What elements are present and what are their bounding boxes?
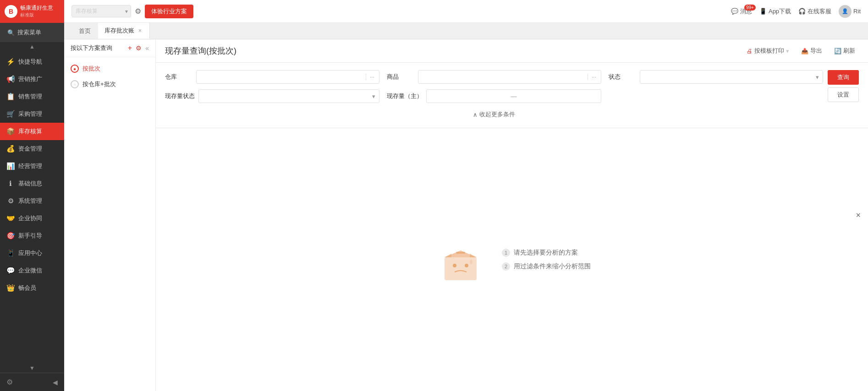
print-btn[interactable]: 🖨 按模板打印 ▾ bbox=[743, 45, 793, 57]
sidebar-item-finance[interactable]: 💰 资金管理 bbox=[0, 140, 64, 157]
empty-message-2: 2 用过滤条件来缩小分析范围 bbox=[502, 262, 591, 271]
online-service-label: 在线客服 bbox=[808, 7, 831, 16]
experience-btn[interactable]: 体验行业方案 bbox=[145, 5, 193, 18]
inventory-icon: 📦 bbox=[6, 127, 15, 136]
sidebar-scroll-down-btn[interactable]: ▼ bbox=[0, 363, 64, 374]
query-btn[interactable]: 查询 bbox=[828, 70, 859, 85]
collapse-conditions-btn[interactable]: ∧ 收起更多条件 bbox=[165, 109, 823, 120]
msg-num-1: 1 bbox=[502, 249, 510, 257]
warehouse-dots-btn[interactable]: ··· bbox=[366, 74, 374, 80]
svg-marker-2 bbox=[445, 254, 451, 257]
tab-inventory-batch[interactable]: 库存批次账 × bbox=[98, 23, 150, 39]
sidebar-item-enterprise[interactable]: 🤝 企业协同 bbox=[0, 210, 64, 227]
warehouse-field: 仓库 ··· bbox=[165, 70, 379, 84]
phone-icon: 📱 bbox=[759, 8, 767, 15]
tab-label-inventory-batch: 库存批次账 bbox=[104, 27, 134, 35]
tab-close-btn[interactable]: × bbox=[137, 27, 143, 34]
sidebar-item-quick-nav[interactable]: ⚡ 快捷导航 bbox=[0, 53, 64, 71]
sidebar-item-purchase[interactable]: 🛒 采购管理 bbox=[0, 105, 64, 123]
warehouse-input[interactable]: ··· bbox=[196, 70, 379, 84]
filter-add-btn[interactable]: + bbox=[128, 44, 132, 52]
topbar-gear-icon[interactable]: ⚙ bbox=[135, 7, 141, 16]
collapse-up-icon: ∧ bbox=[473, 111, 478, 118]
enterprise-icon: 🤝 bbox=[6, 214, 15, 223]
footer-settings-icon[interactable]: ⚙ bbox=[6, 378, 13, 386]
empty-svg-illustration bbox=[435, 234, 486, 285]
filter-item-by-batch[interactable]: ● 按批次 bbox=[64, 61, 155, 76]
user-avatar: 👤 bbox=[839, 5, 852, 18]
product-label: 商品 bbox=[387, 73, 414, 81]
print-icon: 🖨 bbox=[747, 48, 753, 54]
sidebar-header: B 畅康通好生意 标准版 bbox=[0, 0, 64, 23]
sidebar-item-label-app-center: 应用中心 bbox=[18, 249, 42, 257]
sidebar-item-newbie[interactable]: 🎯 新手引导 bbox=[0, 227, 64, 244]
inventory-qty-dash: — bbox=[511, 93, 517, 100]
sidebar-item-label-system: 系统管理 bbox=[18, 197, 42, 205]
sidebar-item-app-center[interactable]: 📱 应用中心 bbox=[0, 244, 64, 262]
sidebar-item-system[interactable]: ⚙ 系统管理 bbox=[0, 192, 64, 210]
status-select-input[interactable]: 全部 正常 不足 超量 bbox=[640, 71, 823, 83]
sidebar-item-label-enterprise: 企业协同 bbox=[18, 214, 42, 223]
sidebar-item-label-basic-info: 基础信息 bbox=[18, 179, 42, 188]
footer-collapse-icon[interactable]: ◀ bbox=[53, 379, 58, 386]
sidebar-item-enterprise-wechat[interactable]: 💬 企业微信 bbox=[0, 262, 64, 279]
filter-label-by-warehouse-batch: 按仓库+批次 bbox=[82, 80, 116, 88]
search-menu-btn[interactable]: 🔍 搜索菜单 bbox=[5, 27, 60, 38]
svg-point-5 bbox=[453, 264, 456, 267]
filter-label-by-batch: 按批次 bbox=[82, 65, 100, 73]
app-download-item[interactable]: 📱 App下载 bbox=[759, 7, 791, 16]
sidebar-item-inventory[interactable]: 📦 库存核算 bbox=[0, 123, 64, 140]
breadcrumb-input[interactable]: 库存核算 ▾ bbox=[71, 5, 131, 17]
purchase-icon: 🛒 bbox=[6, 110, 15, 118]
inventory-status-select[interactable]: 全部 正常 ▾ bbox=[198, 89, 379, 103]
sidebar-item-label-purchase: 采购管理 bbox=[18, 110, 42, 118]
refresh-label: 刷新 bbox=[843, 47, 855, 55]
product-input[interactable]: ··· bbox=[418, 70, 601, 84]
sidebar-scroll-up-btn[interactable]: ▲ bbox=[0, 41, 64, 52]
main-content-wrapper: 现存量查询(按批次) 🖨 按模板打印 ▾ 📤 导出 🔄 刷新 bbox=[156, 39, 868, 391]
enterprise-wechat-icon: 💬 bbox=[6, 266, 15, 275]
sidebar-item-member[interactable]: 👑 畅会员 bbox=[0, 279, 64, 297]
inventory-status-select-input[interactable]: 全部 正常 bbox=[199, 91, 379, 102]
tab-home[interactable]: 首页 bbox=[71, 23, 98, 39]
message-item[interactable]: 💬 消息 99+ bbox=[731, 7, 752, 16]
sidebar-item-operations[interactable]: 📊 经营管理 bbox=[0, 157, 64, 175]
filter-item-by-warehouse-batch[interactable]: ○ 按仓库+批次 bbox=[64, 76, 155, 92]
refresh-btn[interactable]: 🔄 刷新 bbox=[830, 45, 859, 57]
query-fields-area: 仓库 ··· 商品 ··· bbox=[165, 70, 823, 120]
filter-settings-btn[interactable]: ⚙ bbox=[136, 44, 142, 52]
filter-list: ● 按批次 ○ 按仓库+批次 bbox=[64, 57, 155, 96]
settings-btn[interactable]: 设置 bbox=[828, 87, 859, 102]
finance-icon: 💰 bbox=[6, 145, 15, 153]
operations-icon: 📊 bbox=[6, 162, 15, 170]
export-btn[interactable]: 📤 导出 bbox=[797, 45, 826, 57]
main-area: 库存核算 ▾ ⚙ 体验行业方案 💬 消息 99+ 📱 App下载 🎧 在线客服 bbox=[64, 0, 868, 391]
topbar: 库存核算 ▾ ⚙ 体验行业方案 💬 消息 99+ 📱 App下载 🎧 在线客服 bbox=[64, 0, 868, 23]
product-field: 商品 ··· bbox=[387, 70, 601, 84]
empty-illustration bbox=[433, 232, 488, 287]
app-name: 畅康通好生意 bbox=[20, 5, 53, 12]
sidebar-item-label-enterprise-wechat: 企业微信 bbox=[18, 266, 42, 275]
status-select[interactable]: 全部 正常 不足 超量 ▾ bbox=[640, 70, 823, 84]
empty-state: 1 请先选择要分析的方案 2 用过滤条件来缩小分析范围 bbox=[156, 128, 868, 391]
tab-bar: 首页 库存批次账 × bbox=[64, 23, 868, 39]
app-center-icon: 📱 bbox=[6, 249, 15, 257]
user-item[interactable]: 👤 Rit bbox=[839, 5, 861, 18]
filter-collapse-btn[interactable]: « bbox=[145, 44, 149, 52]
app-version: 标准版 bbox=[20, 12, 53, 18]
filter-panel: 按以下方案查询 + ⚙ « ● 按批次 ○ 按仓库+批次 bbox=[64, 39, 156, 391]
sidebar-item-marketing[interactable]: 📢 营销推广 bbox=[0, 71, 64, 88]
sidebar-item-label-quick-nav: 快捷导航 bbox=[18, 58, 42, 66]
sidebar-item-basic-info[interactable]: ℹ 基础信息 bbox=[0, 175, 64, 192]
sidebar-item-label-sales: 销售管理 bbox=[18, 92, 42, 101]
inventory-qty-range[interactable]: — bbox=[426, 89, 601, 103]
sidebar-footer: ⚙ ◀ bbox=[0, 373, 64, 391]
sidebar: B 畅康通好生意 标准版 🔍 搜索菜单 ▲ ⚡ 快捷导航 📢 营销推广 📋 销售… bbox=[0, 0, 64, 391]
online-service-item[interactable]: 🎧 在线客服 bbox=[798, 7, 831, 16]
sidebar-search[interactable]: 🔍 搜索菜单 bbox=[0, 23, 64, 42]
product-dots-btn[interactable]: ··· bbox=[588, 74, 596, 80]
page-close-btn[interactable]: × bbox=[856, 211, 861, 220]
page-title: 现存量查询(按批次) bbox=[165, 45, 236, 56]
sidebar-item-sales[interactable]: 📋 销售管理 bbox=[0, 88, 64, 105]
app-name-block: 畅康通好生意 标准版 bbox=[20, 5, 53, 18]
